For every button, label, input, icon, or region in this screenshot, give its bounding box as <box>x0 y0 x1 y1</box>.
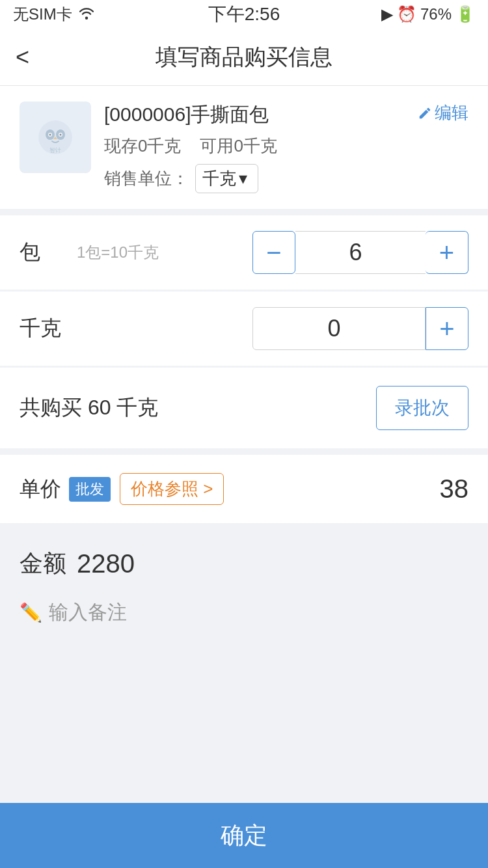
product-image: 智计 <box>20 102 91 173</box>
bag-row: 包 1包=10千克 − + <box>0 215 488 290</box>
available-text: 可用0千克 <box>200 136 277 156</box>
price-type-badge: 批发 <box>69 477 111 502</box>
remark-text: 输入备注 <box>49 599 127 626</box>
product-unit-row: 销售单位： 千克 ▾ <box>104 164 468 193</box>
product-stock: 现存0千克 可用0千克 <box>104 135 468 157</box>
svg-text:智计: 智计 <box>49 147 61 154</box>
kg-plus-button[interactable]: + <box>426 307 468 350</box>
location-icon: ▶ <box>381 5 393 23</box>
bag-plus-button[interactable]: + <box>426 231 468 274</box>
kg-label: 千克 <box>20 314 72 343</box>
svg-point-6 <box>60 134 62 136</box>
edit-label: 编辑 <box>435 102 468 124</box>
battery-text: 76% <box>420 5 452 23</box>
kg-row: 千克 + <box>0 292 488 366</box>
battery-icon: 🔋 <box>455 5 475 23</box>
back-button[interactable]: < <box>16 44 29 71</box>
stock-text: 现存0千克 <box>104 136 181 156</box>
confirm-button[interactable]: 确定 <box>0 803 488 868</box>
amount-value: 2280 <box>77 549 135 578</box>
status-bar: 无SIM卡 下午2:56 ▶ ⏰ 76% 🔋 <box>0 0 488 29</box>
bag-form-section: 包 1包=10千克 − + <box>0 215 488 290</box>
remark-row[interactable]: ✏️ 输入备注 <box>20 593 468 645</box>
nav-bar: < 填写商品购买信息 <box>0 29 488 86</box>
bag-label: 包 <box>20 238 72 267</box>
unit-label: 销售单位： <box>104 167 189 190</box>
dropdown-arrow-icon: ▾ <box>239 169 247 189</box>
status-time: 下午2:56 <box>208 2 280 27</box>
unit-value: 千克 <box>202 167 236 190</box>
svg-point-5 <box>49 134 51 136</box>
status-left: 无SIM卡 <box>13 4 96 25</box>
wifi-icon <box>77 5 96 23</box>
product-info: [0000006]手撕面包 编辑 现存0千克 可用0千克 销售单位： 千克 ▾ <box>104 102 468 193</box>
amount-section: 金额 2280 ✏️ 输入备注 <box>0 530 488 645</box>
record-batch-button[interactable]: 录批次 <box>376 386 468 430</box>
price-label: 单价 <box>20 475 61 504</box>
total-label: 共购买 60 千克 <box>20 394 158 422</box>
price-section: 单价 批发 价格参照 > 38 <box>0 455 488 530</box>
pencil-icon: ✏️ <box>20 602 42 623</box>
carrier-text: 无SIM卡 <box>13 4 72 25</box>
amount-label: 金额 <box>20 548 66 580</box>
total-row: 共购买 60 千克 录批次 <box>0 368 488 455</box>
kg-form-section: 千克 + <box>0 292 488 366</box>
kg-quantity-input[interactable] <box>252 307 426 350</box>
bag-quantity-control: − + <box>252 231 468 274</box>
product-card: 智计 [0000006]手撕面包 编辑 现存0千克 可用0千克 销售单位： 千克… <box>0 86 488 215</box>
product-name: [0000006]手撕面包 <box>104 102 418 128</box>
edit-button[interactable]: 编辑 <box>418 102 468 124</box>
price-value: 38 <box>440 474 469 504</box>
price-ref-button[interactable]: 价格参照 > <box>120 473 224 505</box>
total-amount: 60 <box>88 396 111 419</box>
bag-quantity-input[interactable] <box>295 231 426 274</box>
unit-select[interactable]: 千克 ▾ <box>195 164 258 193</box>
bag-minus-button[interactable]: − <box>252 231 295 274</box>
page-title: 填写商品购买信息 <box>156 42 332 72</box>
kg-quantity-control: + <box>252 307 468 350</box>
alarm-icon: ⏰ <box>397 5 416 23</box>
amount-row: 金额 2280 <box>20 548 468 580</box>
status-right: ▶ ⏰ 76% 🔋 <box>381 5 475 23</box>
bag-sublabel: 1包=10千克 <box>77 242 252 263</box>
